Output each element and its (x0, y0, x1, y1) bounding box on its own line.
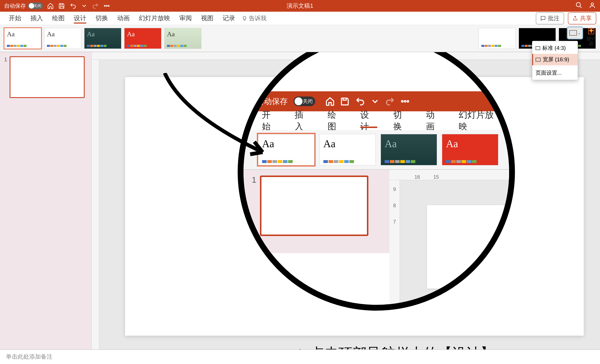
share-icon (572, 16, 578, 21)
theme-office[interactable]: Aa (4, 28, 41, 49)
theme-2[interactable]: Aa (44, 28, 81, 49)
svg-point-3 (576, 2, 581, 7)
tab-slideshow[interactable]: 幻灯片放映 (134, 12, 175, 25)
mag-save-icon (340, 96, 350, 106)
comments-label: 批注 (548, 14, 560, 22)
mag-redo-icon (385, 96, 395, 106)
tab-review[interactable]: 审阅 (175, 12, 196, 25)
svg-point-6 (404, 101, 406, 102)
theme-swatches (167, 45, 199, 47)
undo-icon[interactable] (69, 2, 77, 9)
mag-tab-design: 设计 (352, 111, 385, 130)
toggle-state: 关闭 (34, 3, 41, 8)
lightbulb-icon (242, 16, 247, 21)
theme-swatches (87, 45, 119, 47)
mag-chevron-icon (370, 96, 380, 106)
menu-separator (532, 66, 578, 66)
designer-icon (587, 27, 595, 36)
size-widescreen[interactable]: 宽屏 (16:9) (532, 54, 578, 65)
slide-size-rect-icon (569, 30, 577, 36)
svg-point-4 (591, 3, 593, 5)
canvas-area: 自动保存 关闭 开始 插入 (92, 52, 600, 349)
ratio-169-icon (535, 58, 541, 62)
account-icon[interactable] (589, 2, 596, 10)
mag-more-icon (400, 96, 410, 106)
tab-record[interactable]: 记录 (218, 12, 240, 25)
notes-pane[interactable]: 单击此处添加备注 (0, 349, 600, 364)
tab-insert[interactable]: 插入 (26, 12, 47, 25)
theme-4[interactable]: Aa (124, 28, 161, 49)
mag-tab-slideshow: 幻灯片放映 (451, 111, 509, 130)
mag-theme-3: Aa (381, 134, 437, 165)
theme-swatches (7, 45, 38, 47)
tab-view[interactable]: 视图 (196, 12, 218, 25)
comments-button[interactable]: 批注 (536, 12, 564, 24)
mag-home-icon (325, 96, 335, 106)
toggle-switch[interactable]: 关闭 (28, 2, 43, 9)
theme-5[interactable]: Aa (164, 28, 201, 49)
mag-toggle-state: 关闭 (303, 98, 313, 105)
document-title: 演示文稿1 (287, 2, 313, 10)
chevron-down-icon: ⌄ (578, 31, 581, 35)
comment-icon (540, 16, 546, 21)
svg-point-0 (104, 5, 105, 6)
share-label: 共享 (580, 14, 592, 22)
slide-size-menu: 标准 (4:3) 宽屏 (16:9) 页面设置... (532, 41, 578, 80)
tab-home[interactable]: 开始 (4, 12, 26, 25)
mag-toggle: 关闭 (293, 96, 315, 106)
mag-tab-home: 开始 (254, 111, 287, 130)
home-icon[interactable] (47, 2, 54, 9)
mag-ruler-h: 16 15 (389, 170, 509, 180)
mag-thumb-item: 1 (252, 176, 381, 236)
share-button[interactable]: 共享 (568, 12, 596, 24)
thumbnail-number: 1 (4, 56, 7, 98)
title-right (575, 2, 596, 10)
slide-size-button[interactable]: ⌄ (567, 27, 582, 39)
undo-dropdown-icon[interactable] (80, 2, 88, 9)
instruction-annotation: 1. 点击顶部导航栏上的【设计】 (296, 344, 495, 349)
autosave-toggle[interactable]: 自动保存 关闭 (4, 2, 43, 9)
more-icon[interactable] (103, 2, 111, 9)
mag-thumb-number: 1 (252, 176, 256, 236)
size-standard[interactable]: 标准 (4:3) (532, 42, 578, 54)
design-ribbon: Aa Aa Aa Aa Aa ⌄ 设计 器 标准 (4:3) 宽屏 (16:9)… (0, 25, 600, 52)
svg-point-5 (402, 101, 403, 102)
toggle-knob (29, 3, 34, 9)
mag-undo-icon (355, 96, 365, 106)
tab-transitions[interactable]: 切换 (91, 12, 112, 25)
tellme-search[interactable]: 告诉我 (242, 14, 266, 22)
mag-swatches (385, 160, 433, 163)
mag-thumb-preview (260, 176, 368, 236)
theme-variant-1[interactable] (479, 28, 516, 49)
thumbnail-item[interactable]: 1 (4, 56, 87, 98)
theme-swatches (481, 45, 513, 47)
theme-3[interactable]: Aa (84, 28, 121, 49)
mag-toggle-knob (295, 97, 302, 105)
thumbnail-preview[interactable] (9, 56, 85, 98)
main-area: 1 自动保存 关闭 (0, 52, 600, 349)
redo-icon[interactable] (92, 2, 99, 9)
tab-draw[interactable]: 绘图 (47, 12, 69, 25)
save-icon[interactable] (58, 2, 66, 9)
mag-swatches (446, 160, 494, 163)
svg-point-7 (407, 101, 409, 102)
search-icon[interactable] (575, 2, 582, 10)
qat: 自动保存 关闭 (0, 2, 111, 9)
tabs-right: 批注 共享 (536, 12, 596, 24)
autosave-label: 自动保存 (4, 2, 26, 9)
designer-label: 设计 器 (587, 36, 596, 46)
mag-tabs: 开始 插入 绘图 设计 切换 动画 幻灯片放映 (244, 111, 509, 130)
mag-autosave-label: 自动保存 (256, 96, 288, 107)
title-bar: 自动保存 关闭 演示文稿1 (0, 0, 600, 12)
mag-swatches (323, 160, 372, 163)
size-page-setup[interactable]: 页面设置... (532, 67, 578, 79)
thumbnail-panel: 1 (0, 52, 92, 349)
mag-swatches (262, 160, 310, 163)
tab-animations[interactable]: 动画 (112, 12, 134, 25)
mag-tab-draw: 绘图 (319, 111, 352, 130)
magnifier-content: 自动保存 关闭 开始 插入 (244, 52, 509, 305)
mag-title-bar: 自动保存 关闭 (244, 91, 509, 111)
tellme-label: 告诉我 (249, 14, 266, 22)
designer-button[interactable]: 设计 器 (587, 27, 596, 46)
tab-design[interactable]: 设计 (69, 12, 91, 25)
